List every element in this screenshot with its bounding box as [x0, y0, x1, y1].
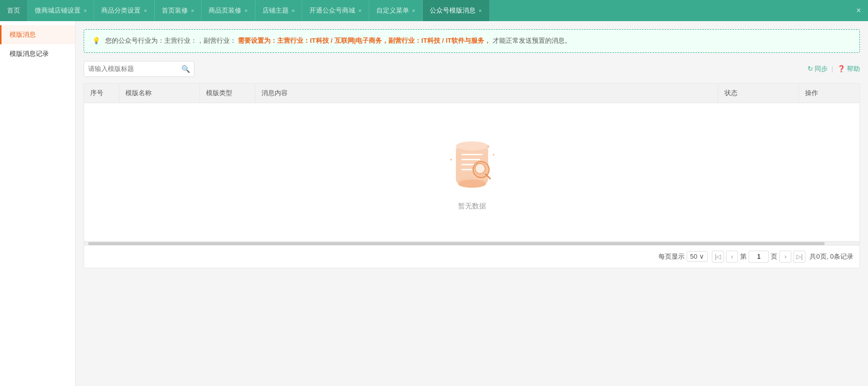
- global-close-button[interactable]: ×: [856, 6, 861, 15]
- page-number-input[interactable]: [749, 251, 769, 263]
- horizontal-scrollbar[interactable]: [84, 241, 859, 245]
- sync-label: 同步: [815, 64, 828, 73]
- last-page-button[interactable]: ▷|: [793, 251, 806, 263]
- nav-tab-label: 商品分类设置: [101, 6, 141, 15]
- empty-text: 暂无数据: [458, 202, 486, 211]
- svg-point-3: [458, 180, 486, 188]
- sync-button[interactable]: ↻ 同步: [808, 64, 828, 73]
- page-size-value: 50: [690, 253, 697, 260]
- data-table: 序号 模版名称 模版类型 消息内容 状态 操作: [84, 83, 860, 268]
- notice-text-prefix: 您的公众号行业为：主营行业：，副营行业：: [105, 37, 236, 44]
- sync-icon: ↻: [808, 65, 813, 72]
- sidebar-item-template-record[interactable]: 模版消息记录: [0, 44, 75, 63]
- search-input[interactable]: [88, 65, 181, 72]
- help-button[interactable]: ❓ 帮助: [837, 64, 860, 73]
- search-input-wrap: 🔍: [84, 61, 194, 77]
- next-page-button[interactable]: ›: [779, 251, 791, 263]
- col-header-content: 消息内容: [255, 84, 718, 103]
- close-icon[interactable]: ×: [244, 8, 247, 14]
- main-content: 💡 您的公众号行业为：主营行业：，副营行业： 需要设置为：主营行业：IT科技 /…: [76, 21, 868, 386]
- pagination: 每页显示 50 ∨ |◁ ‹ 第 页 › ▷| 共0页, 0条记录: [84, 245, 859, 268]
- page-label: 页: [771, 252, 777, 261]
- page-prefix: 第: [740, 252, 747, 261]
- close-icon[interactable]: ×: [292, 8, 295, 14]
- notice-icon: 💡: [92, 37, 100, 44]
- nav-tab-wechat-shop[interactable]: 微商城店铺设置 ×: [28, 0, 94, 21]
- nav-tab-custom-menu[interactable]: 自定义菜单 ×: [369, 0, 423, 21]
- top-nav: 首页 微商城店铺设置 × 商品分类设置 × 首页装修 × 商品页装修 × 店铺主…: [0, 0, 868, 21]
- prev-page-button[interactable]: ‹: [726, 251, 738, 263]
- col-header-name: 模版名称: [119, 84, 200, 103]
- search-icon[interactable]: 🔍: [181, 65, 190, 73]
- sidebar-item-template-msg[interactable]: 模版消息: [0, 25, 75, 44]
- nav-tab-label: 首页装修: [162, 6, 188, 15]
- nav-tab-category[interactable]: 商品分类设置 ×: [94, 0, 154, 21]
- notice-box: 💡 您的公众号行业为：主营行业：，副营行业： 需要设置为：主营行业：IT科技 /…: [84, 29, 860, 53]
- scrollbar-thumb[interactable]: [88, 242, 825, 245]
- nav-tab-label: 微商城店铺设置: [35, 6, 81, 15]
- empty-state: ✦ ✦ ✦ 暂无数据: [84, 103, 859, 241]
- nav-tab-label: 店铺主题: [262, 6, 289, 15]
- toolbar-divider: |: [832, 65, 833, 72]
- toolbar-right: ↻ 同步 | ❓ 帮助: [808, 64, 860, 73]
- svg-point-9: [475, 164, 485, 174]
- dropdown-icon: ∨: [699, 253, 704, 260]
- nav-tab-label: 商品页装修: [209, 6, 241, 15]
- sidebar-item-label: 模版消息: [10, 31, 36, 38]
- close-icon[interactable]: ×: [479, 8, 482, 14]
- total-info: 共0页, 0条记录: [810, 252, 853, 261]
- page-size-select: 每页显示 50 ∨: [658, 251, 708, 262]
- svg-text:✦: ✦: [486, 144, 490, 149]
- col-header-action: 操作: [799, 84, 859, 103]
- page-size-label: 每页显示: [658, 252, 685, 261]
- nav-tab-product-deco[interactable]: 商品页装修 ×: [202, 0, 255, 21]
- svg-text:✦: ✦: [449, 158, 453, 162]
- nav-tab-open-mall[interactable]: 开通公众号商城 ×: [302, 0, 369, 21]
- search-bar: 🔍 ↻ 同步 | ❓ 帮助: [84, 61, 860, 77]
- nav-tab-template-msg[interactable]: 公众号模版消息 ×: [423, 0, 489, 21]
- nav-tab-homepage-deco[interactable]: 首页装修 ×: [155, 0, 202, 21]
- col-header-type: 模版类型: [200, 84, 255, 103]
- empty-illustration: ✦ ✦ ✦: [442, 133, 502, 194]
- svg-point-2: [456, 141, 488, 150]
- close-icon[interactable]: ×: [358, 8, 361, 14]
- help-icon: ❓: [837, 65, 845, 72]
- col-header-status: 状态: [718, 84, 799, 103]
- sidebar: 模版消息 模版消息记录: [0, 21, 76, 386]
- nav-tab-home[interactable]: 首页: [0, 0, 28, 21]
- col-header-index: 序号: [84, 84, 119, 103]
- close-icon[interactable]: ×: [144, 8, 147, 14]
- close-icon[interactable]: ×: [412, 8, 415, 14]
- svg-text:✦: ✦: [492, 153, 495, 157]
- main-layout: 模版消息 模版消息记录 💡 您的公众号行业为：主营行业：，副营行业： 需要设置为…: [0, 21, 868, 386]
- sidebar-item-label: 模版消息记录: [10, 50, 49, 57]
- nav-tab-label: 自定义菜单: [376, 6, 409, 15]
- nav-tab-label: 开通公众号商城: [309, 6, 355, 15]
- page-navigation: |◁ ‹ 第 页 › ▷|: [712, 251, 806, 263]
- help-label: 帮助: [847, 64, 860, 73]
- close-icon[interactable]: ×: [84, 8, 87, 14]
- nav-tab-label: 公众号模版消息: [430, 6, 476, 15]
- page-size-dropdown[interactable]: 50 ∨: [687, 251, 708, 262]
- nav-tab-shop-theme[interactable]: 店铺主题 ×: [255, 0, 302, 21]
- close-icon[interactable]: ×: [191, 8, 194, 14]
- notice-text-suffix: 才能正常发送预置的消息。: [493, 37, 571, 44]
- nav-tab-label: 首页: [7, 6, 20, 15]
- notice-highlight: 需要设置为：主营行业：IT科技 / 互联网|电子商务，副营行业：IT科技 / I…: [238, 37, 491, 44]
- first-page-button[interactable]: |◁: [712, 251, 724, 263]
- table-header: 序号 模版名称 模版类型 消息内容 状态 操作: [84, 84, 859, 103]
